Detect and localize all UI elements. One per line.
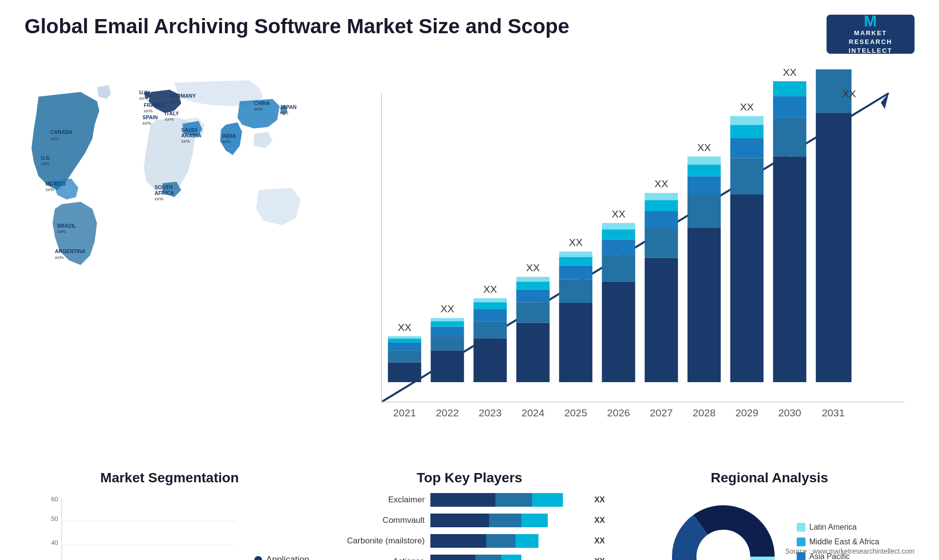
bar-2027-s5 xyxy=(645,193,678,200)
bar-2025-s2 xyxy=(559,279,593,303)
player-value-actiance: XX xyxy=(594,557,604,560)
bar-2022-s4 xyxy=(431,321,464,326)
mexico-value: xx% xyxy=(45,187,55,192)
japan-value: xx% xyxy=(280,110,289,115)
bar-seg1-exclaimer xyxy=(430,493,495,507)
bar-2028-label: XX xyxy=(697,142,711,153)
bar-2026-s2 xyxy=(602,255,635,281)
bar-2026-s5 xyxy=(602,223,635,229)
bar-2024-s5 xyxy=(516,277,550,282)
bar-seg1-carbonite xyxy=(430,534,486,548)
player-name-exclaimer: Exclaimer xyxy=(334,495,425,505)
logo-box: M MARKET RESEARCH INTELLECT xyxy=(827,15,915,54)
bar-2030-s2 xyxy=(773,118,806,156)
bar-2030-s3 xyxy=(773,96,806,118)
regional-title: Regional Analysis xyxy=(634,470,905,486)
brazil-value: xx% xyxy=(57,229,67,234)
france-label: FRANCE xyxy=(144,102,165,108)
seg-wrapper: 0 10 20 30 40 50 60 2021 2022 2 xyxy=(24,493,314,560)
bar-2024-label: XX xyxy=(526,262,540,273)
year-2027: 2027 xyxy=(650,407,673,418)
bar-2023-s4 xyxy=(474,302,507,309)
map-wrapper: CANADA xx% U.S. xx% MEXICO xx% BRAZIL xx… xyxy=(24,64,314,298)
bar-2021-label: XX xyxy=(398,322,412,333)
italy-value: xx% xyxy=(165,117,174,122)
france-value: xx% xyxy=(144,108,153,113)
donut-label-mea: Middle East & Africa xyxy=(809,538,879,546)
brazil-label: BRAZIL xyxy=(57,223,76,229)
bar-2025-s5 xyxy=(559,252,593,257)
bar-2028-s5 xyxy=(688,156,721,164)
header: Global Email Archiving Software Market S… xyxy=(24,15,915,54)
bar-2027-s2 xyxy=(645,228,678,258)
germany-value: xx% xyxy=(170,99,179,104)
bar-2029-s2 xyxy=(731,158,764,194)
bar-2027-label: XX xyxy=(654,178,668,189)
player-value-exclaimer: XX xyxy=(594,495,604,504)
argentina-value: xx% xyxy=(55,255,64,260)
year-2025: 2025 xyxy=(564,407,587,418)
spain-label: SPAIN xyxy=(142,114,157,120)
player-row-carbonite: Carbonite (mailstore) XX xyxy=(334,534,604,548)
bar-2025-s4 xyxy=(559,257,593,266)
bar-2025-s1 xyxy=(559,303,593,382)
logo-m-letter: M xyxy=(864,13,877,29)
logo-container: M MARKET RESEARCH INTELLECT xyxy=(827,15,915,54)
bar-2026-label: XX xyxy=(612,208,626,219)
bar-2029-s4 xyxy=(731,125,764,138)
bar-2022-s1 xyxy=(431,350,464,382)
bar-2029-label: XX xyxy=(740,101,754,112)
bar-chart-svg: XX XX XX XX xyxy=(334,68,905,451)
svg-text:50: 50 xyxy=(51,515,58,522)
bar-2023-s3 xyxy=(474,309,507,321)
bar-seg3-commvault xyxy=(521,514,548,527)
saudi-label2: ARABIA xyxy=(181,132,201,138)
bar-2027-s4 xyxy=(645,200,678,211)
bar-2030-s1 xyxy=(773,156,806,382)
germany-label: GERMANY xyxy=(170,93,196,99)
us-label: U.S. xyxy=(41,155,51,161)
bar-2025-label: XX xyxy=(569,237,582,248)
saudi-label: SAUDI xyxy=(181,127,198,133)
year-2024: 2024 xyxy=(522,407,545,418)
bar-seg2-actiance xyxy=(475,555,502,560)
bar-2021-s5 xyxy=(388,336,422,339)
bar-2030-label: XX xyxy=(783,68,797,78)
segmentation-section: Market Segmentation 0 10 20 30 40 50 60 xyxy=(24,465,314,560)
spain-value: xx% xyxy=(142,120,152,126)
bar-2023-s1 xyxy=(474,339,507,382)
mexico-label: MEXICO xyxy=(45,181,66,187)
year-2028: 2028 xyxy=(693,407,716,418)
player-bar-exclaimer xyxy=(430,493,584,507)
bar-seg1-actiance xyxy=(430,555,475,560)
segmentation-title: Market Segmentation xyxy=(24,470,314,486)
bar-2028-s1 xyxy=(688,228,721,382)
donut-legend-mea: Middle East & Africa xyxy=(797,538,879,546)
china-value: xx% xyxy=(254,106,263,111)
world-map-svg: CANADA xx% U.S. xx% MEXICO xx% BRAZIL xx… xyxy=(24,64,314,298)
main-grid: CANADA xx% U.S. xx% MEXICO xx% BRAZIL xx… xyxy=(24,64,915,533)
player-name-commvault: Commvault xyxy=(334,516,425,525)
italy-label: ITALY xyxy=(165,110,179,116)
bar-2028-s3 xyxy=(688,176,721,194)
map-section: CANADA xx% U.S. xx% MEXICO xx% BRAZIL xx… xyxy=(24,64,314,455)
bar-seg3-actiance xyxy=(501,555,521,560)
svg-text:40: 40 xyxy=(51,539,58,546)
china-label: CHINA xyxy=(254,100,270,106)
year-2031: 2031 xyxy=(822,407,845,418)
logo-line1: MARKET xyxy=(854,29,887,38)
southafrica-label: SOUTH xyxy=(155,184,173,190)
southafrica-value: xx% xyxy=(155,196,164,201)
bar-2030-s4 xyxy=(773,81,806,96)
bar-2024-s1 xyxy=(516,323,550,383)
bar-2022-s3 xyxy=(431,327,464,336)
bar-2023-label: XX xyxy=(483,283,497,295)
players-list: Exclaimer XX Commvault XX xyxy=(334,493,604,560)
logo-line3: INTELLECT xyxy=(849,46,893,55)
bar-2021-s2 xyxy=(388,350,422,362)
bar-2026-s3 xyxy=(602,239,635,255)
bar-2026-s4 xyxy=(602,229,635,239)
bar-chart-section: XX XX XX XX xyxy=(324,64,915,455)
bar-2022-s5 xyxy=(431,318,464,321)
page-container: Global Email Archiving Software Market S… xyxy=(0,0,939,560)
